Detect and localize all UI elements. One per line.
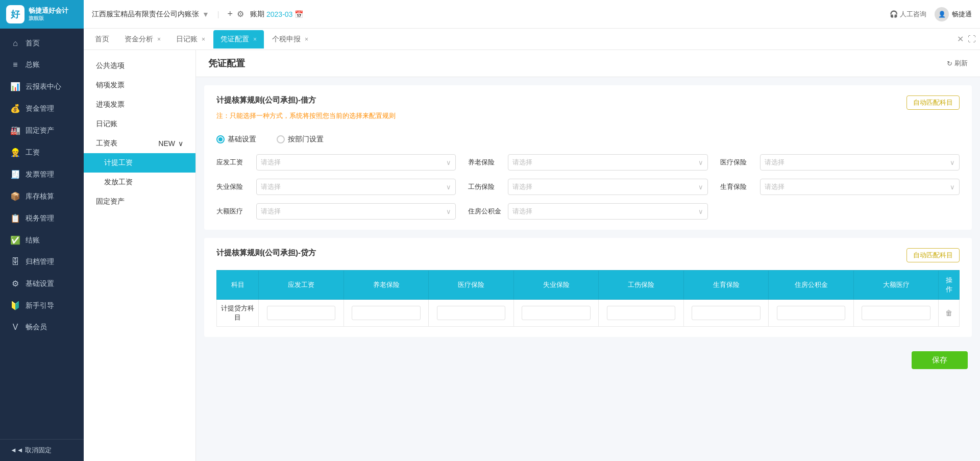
menu-sub-pay-salary[interactable]: 发放工资 bbox=[84, 173, 195, 192]
tab-voucher[interactable]: 凭证配置 × bbox=[213, 30, 264, 48]
tab-funds[interactable]: 资金分析 × bbox=[117, 30, 168, 48]
sidebar-item-settings[interactable]: ⚙ 基础设置 bbox=[0, 273, 84, 295]
menu-item-journal[interactable]: 日记账 bbox=[84, 114, 195, 134]
close-tax-tab[interactable]: × bbox=[305, 36, 308, 43]
input-medical[interactable] bbox=[437, 306, 506, 320]
select-unemployment[interactable]: 请选择 ∨ bbox=[256, 179, 456, 195]
sidebar-item-ledger[interactable]: ≡ 总账 bbox=[0, 54, 84, 76]
select-placeholder: 请选择 bbox=[261, 207, 281, 216]
tab-home[interactable]: 首页 bbox=[88, 30, 116, 48]
tab-tax[interactable]: 个税申报 × bbox=[265, 30, 315, 48]
logo-text: 畅捷通好会计 bbox=[29, 7, 68, 15]
select-work-injury[interactable]: 请选择 ∨ bbox=[508, 179, 707, 195]
settings-button[interactable]: ⚙ bbox=[237, 9, 244, 19]
placeholder-cell bbox=[720, 203, 960, 220]
delete-row-button[interactable]: 🗑 bbox=[945, 309, 952, 317]
input-unemployment[interactable] bbox=[522, 306, 591, 320]
input-major-med[interactable] bbox=[862, 306, 930, 320]
tab-voucher-label: 凭证配置 bbox=[220, 35, 249, 44]
service-button[interactable]: 🎧 人工咨询 bbox=[890, 10, 926, 19]
menu-item-sales-invoice[interactable]: 销项发票 bbox=[84, 76, 195, 95]
refresh-icon: ↻ bbox=[947, 60, 952, 67]
close-all-icon[interactable]: ✕ bbox=[957, 34, 964, 44]
sidebar-item-invoice[interactable]: 🧾 发票管理 bbox=[0, 163, 84, 185]
select-housing-fund[interactable]: 请选择 ∨ bbox=[508, 203, 707, 220]
col-unemployment: 失业保险 bbox=[513, 271, 598, 300]
menu-label: 销项发票 bbox=[96, 81, 125, 89]
sidebar-item-salary[interactable]: 👷 工资 bbox=[0, 141, 84, 163]
save-bar: 保存 bbox=[196, 345, 980, 375]
select-placeholder: 请选择 bbox=[512, 158, 532, 167]
select-major-medical[interactable]: 请选择 ∨ bbox=[256, 203, 456, 220]
company-selector[interactable]: 江西服宝精品有限责任公司内账张 ▼ bbox=[92, 10, 209, 19]
sidebar-item-funds[interactable]: 💰 资金管理 bbox=[0, 98, 84, 119]
calendar-icon: 📅 bbox=[295, 10, 303, 18]
auto-match-credit-button[interactable]: 自动匹配科目 bbox=[906, 248, 960, 262]
radio-basic[interactable]: 基础设置 bbox=[216, 135, 256, 144]
col-gross: 应发工资 bbox=[259, 271, 344, 300]
chevron-down-icon: ∨ bbox=[446, 183, 451, 191]
input-maternity[interactable] bbox=[692, 306, 761, 320]
sidebar-unpin[interactable]: ◄◄ 取消固定 bbox=[0, 439, 84, 461]
input-gross[interactable] bbox=[267, 306, 336, 320]
select-maternity[interactable]: 请选择 ∨ bbox=[760, 179, 960, 195]
user-menu[interactable]: 👤 畅捷通 bbox=[935, 7, 972, 21]
fullscreen-icon[interactable]: ⛶ bbox=[968, 35, 976, 44]
cell-gross bbox=[259, 300, 344, 327]
topbar-divider: | bbox=[217, 10, 219, 18]
close-voucher-tab[interactable]: × bbox=[253, 36, 257, 43]
logo-sub: 旗舰版 bbox=[29, 15, 68, 22]
page-title: 凭证配置 bbox=[208, 57, 245, 69]
sidebar-item-assets[interactable]: 🏭 固定资产 bbox=[0, 119, 84, 141]
menu-item-public[interactable]: 公共选项 bbox=[84, 56, 195, 76]
select-pension[interactable]: 请选择 ∨ bbox=[508, 154, 707, 171]
inventory-icon: 📦 bbox=[10, 191, 20, 201]
menu-sub-accrue-salary[interactable]: 计提工资 bbox=[84, 153, 195, 173]
tab-journal[interactable]: 日记账 × bbox=[169, 30, 212, 48]
sidebar-item-settle[interactable]: ✅ 结账 bbox=[0, 229, 84, 251]
close-journal-tab[interactable]: × bbox=[202, 36, 205, 43]
sidebar-item-reports[interactable]: 📊 云报表中心 bbox=[0, 76, 84, 98]
right-content: 凭证配置 ↻ 刷新 计提核算规则(公司承担)-借方 注：只能选择一种方式，系统将… bbox=[196, 50, 980, 461]
radio-group: 基础设置 按部门设置 bbox=[216, 135, 960, 144]
input-pension[interactable] bbox=[352, 306, 421, 320]
cell-pension bbox=[344, 300, 428, 327]
sidebar-item-inventory[interactable]: 📦 库存核算 bbox=[0, 185, 84, 207]
label-maternity: 生育保险 bbox=[720, 182, 756, 191]
radio-department[interactable]: 按部门设置 bbox=[277, 135, 324, 144]
sidebar-item-archive[interactable]: 🗄 归档管理 bbox=[0, 251, 84, 273]
select-gross-salary[interactable]: 请选择 ∨ bbox=[256, 154, 456, 171]
menu-item-purchase-invoice[interactable]: 进项发票 bbox=[84, 95, 195, 114]
chevron-down-icon: ∨ bbox=[178, 139, 183, 148]
menu-label: 进项发票 bbox=[96, 100, 125, 108]
topbar: 江西服宝精品有限责任公司内账张 ▼ | + ⚙ 账期 2023-03 📅 🎧 人… bbox=[84, 0, 980, 29]
chevron-down-icon: ∨ bbox=[698, 183, 703, 191]
input-work-injury[interactable] bbox=[607, 306, 676, 320]
label-pension: 养老保险 bbox=[468, 158, 504, 167]
invoice-icon: 🧾 bbox=[10, 169, 20, 179]
period-selector[interactable]: 账期 2023-03 📅 bbox=[250, 10, 303, 19]
close-funds-tab[interactable]: × bbox=[157, 36, 161, 43]
auto-match-debit-button[interactable]: 自动匹配科目 bbox=[906, 95, 960, 110]
sidebar-item-vip[interactable]: V 畅会员 bbox=[0, 317, 84, 338]
period-label: 账期 bbox=[250, 10, 264, 19]
save-button[interactable]: 保存 bbox=[912, 351, 968, 369]
input-housing[interactable] bbox=[777, 306, 846, 320]
menu-group-payroll[interactable]: 工资表 NEW ∨ bbox=[84, 134, 195, 153]
sidebar-item-home[interactable]: ⌂ 首页 bbox=[0, 33, 84, 54]
sidebar-item-tax[interactable]: 📋 税务管理 bbox=[0, 207, 84, 229]
select-medical[interactable]: 请选择 ∨ bbox=[760, 154, 960, 171]
select-placeholder: 请选择 bbox=[261, 182, 281, 191]
archive-icon: 🗄 bbox=[10, 257, 20, 266]
cell-major-med bbox=[853, 300, 938, 327]
chevron-down-icon: ∨ bbox=[950, 183, 955, 191]
add-button[interactable]: + bbox=[228, 9, 233, 19]
menu-item-fixed-assets[interactable]: 固定资产 bbox=[84, 192, 195, 211]
sidebar-item-label: 税务管理 bbox=[26, 214, 54, 223]
refresh-button[interactable]: ↻ 刷新 bbox=[947, 59, 968, 68]
radio-basic-label: 基础设置 bbox=[228, 135, 256, 144]
label-housing-fund: 住房公积金 bbox=[468, 207, 504, 216]
sidebar-item-guide[interactable]: 🔰 新手引导 bbox=[0, 295, 84, 317]
select-placeholder: 请选择 bbox=[765, 158, 785, 167]
company-name: 江西服宝精品有限责任公司内账张 bbox=[92, 10, 199, 19]
